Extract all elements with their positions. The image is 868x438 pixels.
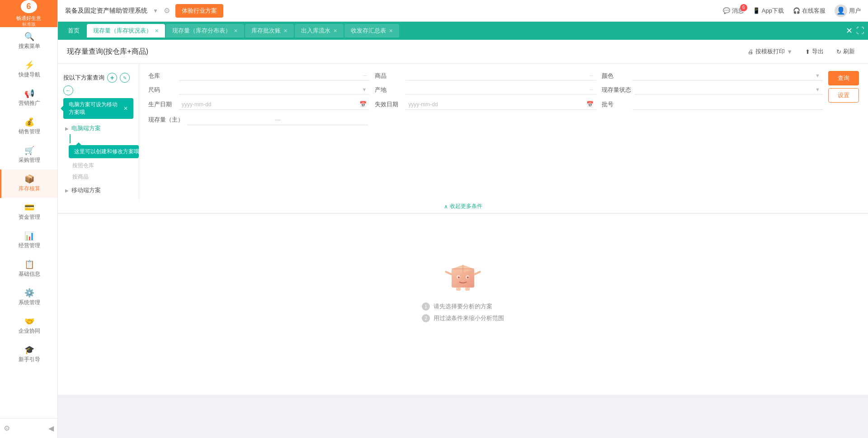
- tip-item-1: 1 请先选择要分析的方案: [422, 302, 504, 311]
- tab-inventory-status-label: 现存量（库存状况表）: [93, 27, 152, 35]
- page-actions: 🖨 按模板打印 ▼ ⬆ 导出 ↻ 刷新: [744, 45, 859, 58]
- color-select[interactable]: ▼: [632, 71, 823, 80]
- tab-close-icon[interactable]: ✕: [155, 28, 159, 34]
- sidebar-item-finance[interactable]: 💳 资金管理: [0, 198, 57, 226]
- settings-icon[interactable]: ⚙: [4, 424, 10, 433]
- user-item[interactable]: 👤 用户: [835, 5, 861, 17]
- sidebar-item-base-info[interactable]: 📋 基础信息: [0, 255, 57, 283]
- header-gear-icon[interactable]: ⚙: [164, 6, 170, 15]
- tab-inout-flow[interactable]: 出入库流水 ✕: [295, 24, 344, 38]
- goods-select[interactable]: ···: [406, 71, 596, 80]
- svg-rect-11: [465, 287, 470, 291]
- filter-stock-status: 现存量状态 ▼: [602, 85, 823, 94]
- sidebar: 6 畅通好生意 标准版 🔍 搜索菜单 ⚡ 快捷导航 📢 营销推广 💰 销售管理 …: [0, 0, 58, 438]
- export-btn[interactable]: ⬆ 导出: [801, 45, 828, 58]
- tab-close-icon[interactable]: ✕: [389, 28, 393, 34]
- filter-fields-panel: 仓库 ··· 商品: [139, 64, 868, 200]
- origin-select[interactable]: ···: [406, 85, 596, 94]
- enterprise-icon: 🤝: [24, 317, 34, 325]
- tab-inventory-status[interactable]: 现存量（库存状况表） ✕: [87, 24, 165, 38]
- size-select[interactable]: ▼: [179, 85, 369, 94]
- tab-close-icon[interactable]: ✕: [234, 28, 238, 34]
- tree-item-warehouse[interactable]: 按照仓库: [65, 160, 139, 171]
- tooltip1-close[interactable]: ✕: [123, 105, 128, 112]
- collapse-bar[interactable]: ∧ 收起更多条件: [58, 200, 868, 213]
- search-buttons: 查询 设置: [828, 71, 859, 103]
- filter-arrow-btn[interactable]: ←: [63, 85, 73, 95]
- filter-row-4: 现存量（主） —: [148, 114, 823, 125]
- sidebar-item-inventory[interactable]: 📦 库存核算: [0, 170, 57, 198]
- sidebar-item-sales[interactable]: 💰 销售管理: [0, 113, 57, 141]
- filter-row-3: 生产日期 yyyy-mm-dd 📅 失效日期 yyyy-mm: [148, 99, 823, 110]
- filter-row-2: 尺码 ▼ 产地 ···: [148, 85, 823, 94]
- sidebar-item-operation[interactable]: 📊 经营管理: [0, 226, 57, 255]
- svg-point-7: [467, 277, 469, 278]
- svg-rect-10: [456, 287, 461, 291]
- tooltip2-close[interactable]: ✕: [142, 149, 146, 155]
- inventory-icon: 📦: [24, 175, 34, 183]
- print-btn[interactable]: 🖨 按模板打印 ▼: [744, 45, 797, 58]
- collapse-sidebar-icon[interactable]: ◀: [48, 424, 54, 433]
- system-name: 装备及固定资产辅助管理系统: [65, 7, 147, 15]
- search-btn[interactable]: 查询: [828, 71, 859, 85]
- page-header: 现存量查询(按仓库+商品) 🖨 按模板打印 ▼ ⬆ 导出 ↻ 刷新: [58, 40, 868, 64]
- filter-area: 按以下方案查询 + ✎ ← 电脑方案可设为移动方案哦 ✕: [58, 64, 868, 214]
- warehouse-select[interactable]: ···: [179, 71, 369, 80]
- stock-status-select[interactable]: ▼: [635, 85, 823, 94]
- headset-icon: 🎧: [793, 7, 800, 14]
- refresh-btn[interactable]: ↻ 刷新: [832, 45, 859, 58]
- expire-date-from[interactable]: yyyy-mm-dd 📅: [406, 99, 596, 110]
- reset-btn[interactable]: 设置: [828, 88, 859, 103]
- tree-mobile[interactable]: ▶ 移动端方案: [61, 184, 139, 196]
- empty-illustration: [440, 250, 486, 295]
- tab-bar: 首页 现存量（库存状况表） ✕ 现存量（库存分布表） ✕ 库存批次账 ✕ 出入库…: [58, 22, 868, 40]
- sidebar-item-enterprise[interactable]: 🤝 企业协同: [0, 312, 57, 340]
- sidebar-item-search[interactable]: 🔍 搜索菜单: [0, 27, 57, 56]
- collapse-label: 收起更多条件: [450, 203, 482, 210]
- guide-icon: 🎓: [24, 346, 34, 354]
- filter-color: 颜色 ▼: [602, 71, 823, 80]
- batch-input[interactable]: [632, 99, 823, 110]
- tab-close-icon[interactable]: ✕: [283, 28, 288, 34]
- industry-btn[interactable]: 体验行业方案: [175, 4, 223, 18]
- tab-home[interactable]: 首页: [61, 24, 86, 38]
- empty-state: 1 请先选择要分析的方案 2 用过滤条件来缩小分析范围: [58, 214, 868, 358]
- stock-qty-from[interactable]: [187, 114, 273, 125]
- notice-item[interactable]: 💬 消息 6: [723, 7, 744, 15]
- filter-add-btn[interactable]: +: [107, 73, 117, 83]
- tab-inventory-distribution[interactable]: 现存量（库存分布表） ✕: [166, 24, 244, 38]
- sidebar-item-purchase[interactable]: 🛒 采购管理: [0, 141, 57, 170]
- sidebar-item-quick-nav[interactable]: ⚡ 快捷导航: [0, 56, 57, 84]
- tab-maximize-icon[interactable]: ⛶: [856, 26, 864, 36]
- header-right: 💬 消息 6 📱 App下载 🎧 在线客服 👤 用户: [723, 5, 861, 17]
- tree-item-goods[interactable]: 按商品: [65, 171, 139, 183]
- filter-size: 尺码 ▼: [148, 85, 369, 94]
- scheme-tree: ▶ 电脑端方案 这里可以创建和修改方案哦 ✕ 按照仓库 按商品: [58, 122, 139, 196]
- tab-collect-summary[interactable]: 收发存汇总表 ✕: [344, 24, 399, 38]
- stock-qty-to[interactable]: [283, 114, 368, 125]
- purchase-icon: 🛒: [24, 146, 34, 155]
- svg-line-9: [474, 272, 480, 274]
- filter-origin: 产地 ···: [375, 85, 596, 94]
- filter-produce-date: 生产日期 yyyy-mm-dd 📅: [148, 99, 369, 110]
- produce-date-from[interactable]: yyyy-mm-dd 📅: [179, 99, 369, 110]
- sidebar-item-marketing[interactable]: 📢 营销推广: [0, 84, 57, 113]
- filter-fields: 仓库 ··· 商品: [148, 71, 823, 130]
- sidebar-item-system[interactable]: ⚙️ 系统管理: [0, 283, 57, 312]
- print-dropdown-icon: ▼: [787, 48, 793, 55]
- tab-close-all-icon[interactable]: ✕: [846, 26, 853, 36]
- tree-desktop[interactable]: ▶ 电脑端方案: [61, 122, 139, 134]
- filter-container: 按以下方案查询 + ✎ ← 电脑方案可设为移动方案哦 ✕: [58, 64, 868, 200]
- filter-label: 按以下方案查询: [63, 74, 104, 82]
- tab-inventory-batch[interactable]: 库存批次账 ✕: [245, 24, 294, 38]
- tab-close-icon[interactable]: ✕: [333, 28, 337, 34]
- filter-edit-btn[interactable]: ✎: [120, 73, 130, 83]
- app-download-item[interactable]: 📱 App下载: [753, 7, 784, 15]
- online-service-item[interactable]: 🎧 在线客服: [793, 7, 826, 15]
- scheme-panel: 按以下方案查询 + ✎ ← 电脑方案可设为移动方案哦 ✕: [58, 64, 139, 200]
- filter-goods: 商品 ···: [375, 71, 596, 80]
- phone-icon: 📱: [753, 7, 760, 14]
- system-dropdown[interactable]: ▼: [153, 8, 158, 14]
- brand-sub: 标准版: [16, 21, 41, 27]
- sidebar-item-guide[interactable]: 🎓 新手引导: [0, 340, 57, 369]
